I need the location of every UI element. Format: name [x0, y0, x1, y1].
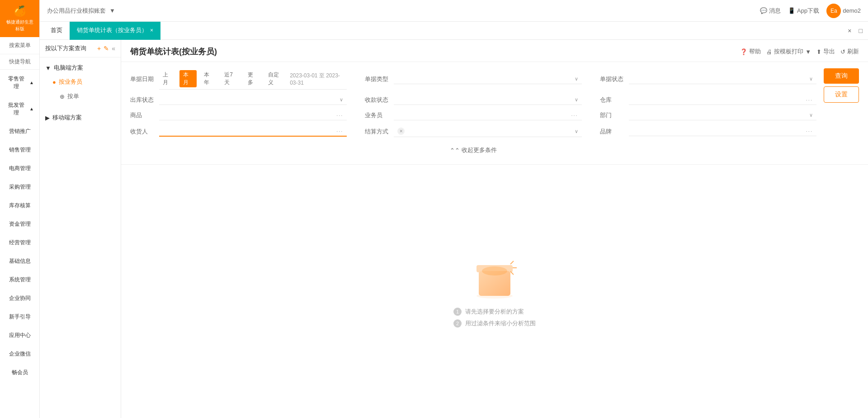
goods-label: 商品: [130, 111, 156, 119]
top-header: 办公用品行业模拟账套 ▼ 💬 消息 📱 App下载 Ea demo2: [40, 0, 868, 22]
sidebar-item-member[interactable]: 畅会员: [0, 363, 39, 382]
filter-row-4: 收货人 ··· 结算方式: [130, 126, 816, 137]
warehouse-control[interactable]: ···: [629, 95, 816, 105]
sidebar-item-wechat[interactable]: 企业微信: [0, 345, 39, 363]
scheme-item-salesperson[interactable]: ● 按业务员: [40, 75, 121, 89]
dropdown-icon[interactable]: ▼: [109, 7, 115, 14]
sidebar-item-app-center[interactable]: 应用中心: [0, 326, 39, 345]
tab-home[interactable]: 首页: [43, 22, 70, 40]
salesperson-control[interactable]: ···: [394, 111, 581, 120]
wholesale-arrow-icon: ▲: [29, 106, 34, 111]
desktop-section-header[interactable]: ▼ 电脑端方案: [40, 61, 121, 75]
sidebar: 🍊 畅捷通好生意标版 搜索菜单 快捷导航 零售管理 ▲ 批发管理 ▲ 营销推广 …: [0, 0, 40, 418]
filter-row-1: 单据日期 上月 本月 本年 近7天 更多 自定义 2023-03-01 至 20…: [130, 68, 816, 90]
filter-date-item: 单据日期 上月 本月 本年 近7天 更多 自定义 2023-03-01 至 20…: [130, 68, 347, 90]
edit-scheme-button[interactable]: ✎: [104, 45, 109, 52]
order-scheme-icon: ⊕: [60, 93, 65, 100]
date-prev-month-btn[interactable]: 上月: [159, 70, 176, 87]
sidebar-item-ecommerce[interactable]: 电商管理: [0, 159, 39, 178]
quick-nav-label: 快捷导航: [0, 58, 39, 66]
date-custom-btn[interactable]: 自定义: [264, 70, 286, 87]
settlement-control[interactable]: × ∨: [394, 126, 581, 137]
mobile-section-label: 移动端方案: [52, 114, 82, 122]
collapse-panel-button[interactable]: «: [112, 45, 115, 52]
empty-hint-1: 1 请先选择要分析的方案: [453, 308, 536, 316]
bill-status-dropdown-icon: ∨: [809, 76, 813, 82]
salesperson-scheme-icon: ●: [52, 79, 56, 86]
bill-type-control[interactable]: ∨: [394, 74, 581, 84]
sidebar-search-menu[interactable]: 搜索菜单: [0, 37, 39, 54]
date-range-display: 2023-03-01 至 2023-03-31: [290, 72, 347, 86]
sidebar-item-finance[interactable]: 资金管理: [0, 215, 39, 233]
search-menu-label: 搜索菜单: [4, 42, 36, 49]
receiver-control[interactable]: ···: [159, 127, 347, 137]
department-control[interactable]: ∨: [629, 110, 816, 120]
sidebar-item-basic[interactable]: 基础信息: [0, 252, 39, 271]
goods-more-icon: ···: [336, 113, 343, 118]
wechat-label: 企业微信: [9, 350, 31, 358]
setting-button[interactable]: 设置: [824, 86, 859, 103]
bill-status-control[interactable]: ∨: [629, 74, 816, 84]
ecommerce-label: 电商管理: [9, 165, 31, 172]
refresh-button[interactable]: ↺ 刷新: [840, 48, 859, 56]
print-dropdown-icon[interactable]: ▼: [805, 48, 811, 55]
stock-status-control[interactable]: ∨: [159, 95, 347, 105]
date-current-month-btn[interactable]: 本月: [179, 70, 196, 87]
sidebar-item-retail[interactable]: 零售管理 ▲: [0, 70, 39, 96]
department-label: 部门: [600, 111, 625, 119]
help-icon: ❓: [740, 48, 747, 55]
brand-control[interactable]: ···: [629, 127, 816, 136]
date-year-btn[interactable]: 本年: [200, 70, 217, 87]
add-scheme-button[interactable]: +: [97, 45, 101, 52]
date-more-btn[interactable]: 更多: [244, 70, 261, 87]
print-button[interactable]: 🖨 按模板打印 ▼: [766, 48, 811, 56]
scheme-sub-item-order[interactable]: ⊕ 按单: [40, 89, 121, 104]
tab-maximize-icon[interactable]: □: [857, 25, 864, 36]
user-name: demo2: [843, 7, 861, 14]
tabs-actions: × □: [846, 25, 864, 36]
empty-hint-list: 1 请先选择要分析的方案 2 用过滤条件来缩小分析范围: [453, 308, 536, 328]
sidebar-quick-nav[interactable]: 快捷导航: [0, 54, 39, 70]
tab-close-all-icon[interactable]: ×: [846, 25, 853, 36]
help-button[interactable]: ❓ 帮助: [740, 48, 761, 56]
mobile-arrow-icon: ▶: [45, 114, 50, 121]
page-title: 销货单统计表(按业务员): [130, 46, 217, 57]
app-dropdown-label[interactable]: 办公用品行业模拟账套: [47, 7, 106, 15]
export-button[interactable]: ⬆ 导出: [816, 48, 835, 56]
filter-row-2: 出库状态 ∨ 收款状态 ∨: [130, 95, 816, 105]
query-button[interactable]: 查询: [824, 68, 859, 84]
app-download-button[interactable]: 📱 App下载: [788, 7, 819, 15]
sidebar-item-enterprise[interactable]: 企业协同: [0, 289, 39, 308]
sidebar-item-wholesale[interactable]: 批发管理 ▲: [0, 96, 39, 122]
user-menu[interactable]: Ea demo2: [826, 4, 861, 18]
sidebar-item-purchase[interactable]: 采购管理: [0, 178, 39, 196]
logo-icon: 🍊: [4, 5, 36, 19]
collapse-more-button[interactable]: ⌃⌃ 收起更多条件: [130, 142, 816, 158]
app-center-label: 应用中心: [9, 332, 31, 339]
sidebar-item-sales[interactable]: 销售管理: [0, 141, 39, 159]
receiver-label: 收货人: [130, 128, 156, 136]
tab-close-icon[interactable]: ×: [150, 27, 153, 33]
settlement-clear-button[interactable]: ×: [397, 128, 405, 135]
sidebar-item-system[interactable]: 系统管理: [0, 271, 39, 289]
message-icon: 💬: [760, 7, 767, 14]
sidebar-item-guide[interactable]: 新手引导: [0, 308, 39, 326]
sidebar-item-marketing[interactable]: 营销推广: [0, 122, 39, 141]
left-panel-header: 按以下方案查询 + ✎ «: [40, 40, 121, 57]
sidebar-logo[interactable]: 🍊 畅捷通好生意标版: [0, 0, 39, 37]
sidebar-item-inventory[interactable]: 库存核算: [0, 196, 39, 215]
pay-status-control[interactable]: ∨: [394, 95, 581, 105]
collapse-more-label: 收起更多条件: [462, 146, 497, 154]
goods-control[interactable]: ···: [159, 111, 347, 120]
message-button[interactable]: 💬 消息: [760, 7, 781, 15]
filter-bill-type-item: 单据类型 ∨: [365, 74, 581, 84]
date-filter: 上月 本月 本年 近7天 更多 自定义 2023-03-01 至 2023-03…: [159, 68, 347, 90]
filter-settlement-item: 结算方式 × ∨: [365, 126, 581, 137]
sidebar-item-operations[interactable]: 经营管理: [0, 233, 39, 252]
settlement-label: 结算方式: [365, 128, 390, 136]
pay-status-dropdown-icon: ∨: [575, 97, 578, 103]
mobile-section-header[interactable]: ▶ 移动端方案: [40, 111, 121, 124]
date-7days-btn[interactable]: 近7天: [221, 70, 240, 87]
tab-sales-stats[interactable]: 销货单统计表（按业务员） ×: [70, 22, 160, 40]
salesperson-scheme-label: 按业务员: [59, 78, 82, 86]
